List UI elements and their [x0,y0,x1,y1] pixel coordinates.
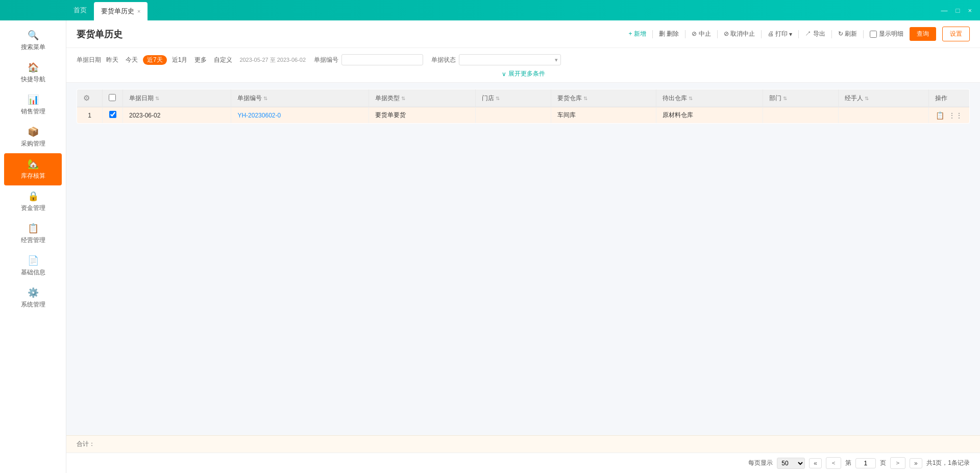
quick-nav-icon: 🏠 [28,62,39,73]
date-chips: 昨天 今天 近7天 近1月 更多 自定义 [104,55,234,65]
sidebar: 🔍 搜索菜单 🏠 快捷导航 📊 销售管理 📦 采购管理 🏡 库存核算 🔒 资金管… [0,20,66,473]
row-doc-no-link[interactable]: YH-20230602-0 [237,112,281,119]
total-info: 共1页，1条记录 [926,459,970,467]
tab-close-icon[interactable]: × [137,8,140,14]
toolbar: + 新增 删 删除 ⊘ 中止 ⊘ 取消中止 🖨 打印 ▾ ↗ 导出 ↻ 刷 [629,27,970,41]
col-pending-warehouse-sort-icon[interactable]: ⇅ [689,96,693,101]
toolbar-divider-3 [717,30,718,38]
sidebar-item-purchase-mgmt[interactable]: 📦 采购管理 [0,121,66,153]
filter-area: 单据日期 昨天 今天 近7天 近1月 更多 自定义 2023-05-27 至 2… [66,48,980,83]
tab-requisition-history[interactable]: 要货单历史 × [94,2,148,20]
row-no: 1 [88,112,91,119]
filter-row: 单据日期 昨天 今天 近7天 近1月 更多 自定义 2023-05-27 至 2… [77,54,970,65]
col-handler-sort-icon[interactable]: ⇅ [865,96,869,101]
next-page-btn[interactable]: ＞ [890,457,905,469]
minimize-btn[interactable]: — [941,7,948,14]
col-header-store: 门店 ⇅ [476,89,551,107]
col-header-req-warehouse: 要货仓库 ⇅ [551,89,656,107]
show-detail-label-text: 显示明细 [879,30,903,38]
add-button[interactable]: + 新增 [629,30,646,38]
doc-no-input[interactable] [341,54,423,65]
sidebar-item-basic-info[interactable]: 📄 基础信息 [0,250,66,282]
col-header-doc-no: 单据编号 ⇅ [231,89,369,107]
expand-more-label: 展开更多条件 [508,69,545,78]
page-number-input[interactable] [855,458,876,468]
show-detail-checkbox[interactable] [870,31,877,38]
date-chip-custom[interactable]: 自定义 [212,55,234,65]
table-row: 1 2023-06-02 YH-20230602-0 要货单要货 [77,107,970,124]
date-chip-7days[interactable]: 近7天 [143,55,167,65]
prev-page-btn[interactable]: ＜ [826,457,841,469]
sidebar-item-basic-info-label: 基础信息 [21,268,45,277]
row-more-icon[interactable]: ⋮⋮ [948,111,963,120]
row-date: 2023-06-02 [123,107,231,124]
row-edit-icon[interactable]: 📋 [936,111,944,120]
date-chip-more[interactable]: 更多 [192,55,209,65]
col-date-sort-icon[interactable]: ⇅ [155,96,159,101]
print-button[interactable]: 🖨 打印 ▾ [768,30,792,38]
col-header-handler: 经手人 ⇅ [838,89,928,107]
sidebar-item-operations-mgmt[interactable]: 📋 经营管理 [0,218,66,250]
stop-button[interactable]: ⊘ 中止 [692,30,710,38]
sidebar-item-finance-mgmt[interactable]: 🔒 资金管理 [0,185,66,218]
sidebar-item-inventory-mgmt[interactable]: 🏡 库存核算 [4,153,62,185]
sidebar-item-operations-mgmt-label: 经营管理 [21,236,45,245]
show-detail-wrapper: 显示明细 [870,30,903,38]
table-gear-icon[interactable]: ⚙ [83,93,90,102]
settings-button[interactable]: 设置 [942,27,970,41]
sidebar-item-sales-mgmt[interactable]: 📊 销售管理 [0,89,66,121]
col-dept-sort-icon[interactable]: ⇅ [783,96,787,101]
page-header: 要货单历史 + 新增 删 删除 ⊘ 中止 ⊘ 取消中止 🖨 打印 ▾ ↗ 导出 [66,20,980,48]
row-select-checkbox[interactable] [109,111,116,118]
last-page-btn[interactable]: » [910,458,922,468]
sidebar-item-system-mgmt[interactable]: ⚙️ 系统管理 [0,282,66,314]
delete-button[interactable]: 删 删除 [659,30,679,38]
doc-status-select-wrapper [459,54,561,65]
maximize-btn[interactable]: □ [956,7,960,14]
tab-requisition-history-label: 要货单历史 [101,7,134,16]
row-pending-warehouse-value: 原材料仓库 [663,111,693,119]
date-chip-1month[interactable]: 近1月 [170,55,190,65]
page-title: 要货单历史 [77,28,122,40]
col-req-warehouse-sort-icon[interactable]: ⇅ [583,96,587,101]
tab-home[interactable]: 首页 [66,0,94,20]
window-close-btn[interactable]: × [968,7,972,14]
col-doc-no-label: 单据编号 [237,94,262,103]
date-chip-today[interactable]: 今天 [124,55,140,65]
doc-status-select[interactable] [459,54,561,65]
row-handler [838,107,928,124]
toolbar-divider-2 [685,30,685,38]
col-doc-type-sort-icon[interactable]: ⇅ [401,96,405,101]
col-op-label: 操作 [935,94,947,102]
col-req-warehouse-label: 要货仓库 [557,94,582,103]
first-page-btn[interactable]: « [809,458,822,468]
col-header-pending-warehouse: 待出仓库 ⇅ [656,89,763,107]
col-dept-label: 部门 [769,94,781,103]
select-all-checkbox[interactable] [109,94,116,101]
sidebar-item-quick-nav-label: 快捷导航 [21,75,45,84]
row-doc-type-value: 要货单要货 [375,111,406,119]
sidebar-item-purchase-mgmt-label: 采购管理 [21,139,45,148]
row-pending-warehouse: 原材料仓库 [656,107,763,124]
cancel-stop-button[interactable]: ⊘ 取消中止 [724,30,755,38]
col-doc-no-sort-icon[interactable]: ⇅ [263,96,267,101]
date-range-display: 2023-05-27 至 2023-06-02 [239,56,306,64]
purchase-mgmt-icon: 📦 [28,126,39,137]
table-footer: 合计： [66,435,980,453]
query-button[interactable]: 查询 [910,27,936,41]
col-store-sort-icon[interactable]: ⇅ [496,96,500,101]
col-header-dept: 部门 ⇅ [763,89,839,107]
doc-status-filter-group: 单据状态 [431,54,561,65]
row-dept [763,107,839,124]
sidebar-item-sales-mgmt-label: 销售管理 [21,107,45,116]
page-size-select[interactable]: 50 10 20 100 [777,458,805,469]
export-button[interactable]: ↗ 导出 [805,30,825,38]
refresh-button[interactable]: ↻ 刷新 [838,30,857,38]
col-date-label: 单据日期 [129,94,154,103]
sidebar-item-search-menu[interactable]: 🔍 搜索菜单 [0,25,66,57]
sidebar-item-quick-nav[interactable]: 🏠 快捷导航 [0,57,66,89]
date-chip-yesterday[interactable]: 昨天 [104,55,120,65]
row-doc-no: YH-20230602-0 [231,107,369,124]
row-op-icons: 📋 ⋮⋮ [935,111,963,120]
expand-more-btn[interactable]: ∨ 展开更多条件 [77,69,970,78]
